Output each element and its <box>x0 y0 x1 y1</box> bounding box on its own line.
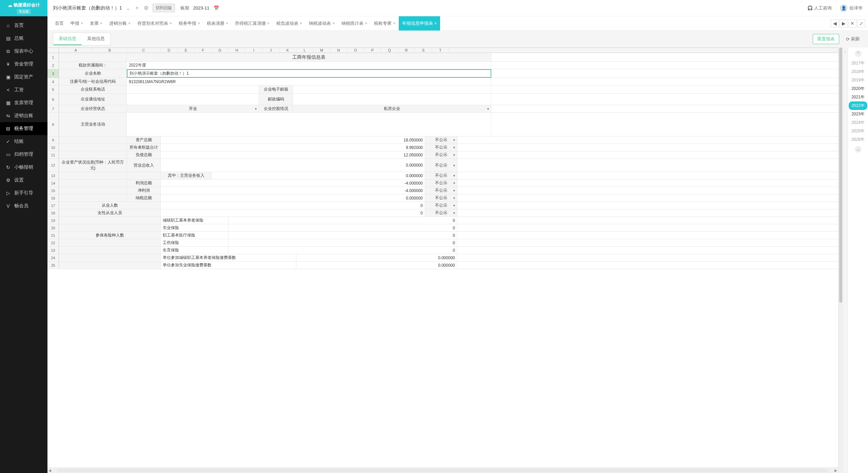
asset-val[interactable]: 9.992000 <box>161 144 425 151</box>
nav-item-8[interactable]: ⊟税务管理 <box>0 122 47 135</box>
ins-val[interactable]: 0 <box>229 239 457 246</box>
row-num[interactable]: 25 <box>47 262 59 269</box>
nav-item-0[interactable]: ⌂首页 <box>0 19 47 32</box>
hold-select[interactable]: 私营企业 <box>293 105 491 112</box>
nav-item-1[interactable]: ▤总账 <box>0 32 47 45</box>
col-L[interactable]: L <box>296 48 313 53</box>
tab-close-icon[interactable]: × <box>393 21 395 26</box>
tab-close-icon[interactable]: × <box>81 21 83 26</box>
base-val[interactable]: 0.000000 <box>296 254 457 261</box>
asset-val[interactable]: 0.000000 <box>161 159 425 172</box>
year-2023年[interactable]: 2023年 <box>849 110 867 118</box>
subtab-basic[interactable]: 基础信息 <box>53 33 82 45</box>
tab-close-icon[interactable]: × <box>267 21 270 26</box>
disclose-select[interactable]: 不公示 <box>425 144 457 151</box>
row-num[interactable]: 5 <box>47 86 59 93</box>
row-num[interactable]: 2 <box>47 62 59 69</box>
refresh-button[interactable]: ⟳刷新 <box>843 34 863 44</box>
nav-item-3[interactable]: ¥资金管理 <box>0 58 47 71</box>
year-2021年[interactable]: 2021年 <box>849 93 867 101</box>
tab-6[interactable]: 税表清册× <box>203 16 232 31</box>
col-I[interactable]: I <box>245 48 262 53</box>
subtab-other[interactable]: 其他信息 <box>82 33 110 45</box>
row-num[interactable]: 22 <box>47 239 59 246</box>
row-num[interactable]: 12 <box>47 159 59 172</box>
tab-close-icon[interactable]: × <box>434 21 437 26</box>
row-num[interactable]: 17 <box>47 202 59 209</box>
tel-value[interactable] <box>127 86 259 93</box>
disclose-select[interactable]: 不公示 <box>425 136 457 144</box>
tab-9[interactable]: 纳税波动表× <box>305 16 338 31</box>
row-num[interactable]: 23 <box>47 247 59 254</box>
col-P[interactable]: P <box>364 48 381 53</box>
tab-close-icon[interactable]: × <box>198 21 200 26</box>
email-value[interactable] <box>293 86 491 93</box>
nav-item-7[interactable]: ⇆进销台账 <box>0 109 47 122</box>
tab-close-icon[interactable]: ✕ <box>848 19 856 27</box>
nav-item-12[interactable]: ⚙设置 <box>0 174 47 187</box>
col-Q[interactable]: Q <box>381 48 398 53</box>
emp-val[interactable]: 0 <box>161 202 425 209</box>
nav-item-4[interactable]: ▣固定资产 <box>0 71 47 83</box>
year-2017年[interactable]: 2017年 <box>849 59 867 68</box>
nav-item-6[interactable]: ▦发票管理 <box>0 96 47 109</box>
nav-item-13[interactable]: ▷新手引导 <box>0 187 47 200</box>
year-2024年[interactable]: 2024年 <box>849 118 867 127</box>
col-M[interactable]: M <box>313 48 330 53</box>
tab-12[interactable]: 年报信息申报表× <box>399 16 440 31</box>
tab-next-icon[interactable]: ▶ <box>840 19 848 27</box>
col-J[interactable]: J <box>262 48 279 53</box>
row-num[interactable]: 20 <box>47 224 59 231</box>
row-num[interactable]: 16 <box>47 194 59 202</box>
year-2022年[interactable]: 2022年 <box>849 101 867 110</box>
grid-body[interactable]: 1工商年报信息表2税款所属期间：2022年度3企业名称刘小艳演示账套（勿删勿动！… <box>47 53 838 468</box>
row-num[interactable]: 6 <box>47 94 59 105</box>
base-val[interactable]: 0.000000 <box>296 262 457 269</box>
nav-item-2[interactable]: ⧉报表中心 <box>0 45 47 58</box>
col-S[interactable]: S <box>415 48 432 53</box>
row-num[interactable]: 9 <box>47 136 59 144</box>
asset-val[interactable]: -4.000000 <box>161 187 425 194</box>
tab-1[interactable]: 申报× <box>67 16 86 31</box>
tab-8[interactable]: 税负波动表× <box>273 16 305 31</box>
tab-close-icon[interactable]: × <box>332 21 335 26</box>
col-K[interactable]: K <box>279 48 296 53</box>
hscroll-right-icon[interactable]: ▶ <box>833 469 838 472</box>
col-A[interactable]: A <box>59 48 93 53</box>
col-O[interactable]: O <box>347 48 364 53</box>
year-2026年[interactable]: 2026年 <box>849 135 867 144</box>
disclose-select[interactable]: 不公示 <box>425 151 457 158</box>
tab-close-icon[interactable]: × <box>128 21 131 26</box>
nav-item-11[interactable]: ↻小畅报销 <box>0 161 47 174</box>
biz-value[interactable] <box>127 113 491 136</box>
nav-item-14[interactable]: V畅会员 <box>0 200 47 212</box>
row-num[interactable]: 21 <box>47 232 59 239</box>
asset-val[interactable]: -4.000000 <box>161 179 425 187</box>
disclose-select[interactable]: 不公示 <box>425 209 457 216</box>
year-2018年[interactable]: 2018年 <box>849 68 867 76</box>
col-E[interactable]: E <box>178 48 195 53</box>
row-num[interactable]: 7 <box>47 105 59 112</box>
row-num[interactable]: 3 <box>47 69 59 78</box>
addr-value[interactable] <box>127 94 259 105</box>
col-T[interactable]: T <box>432 48 449 53</box>
calendar-icon[interactable]: 📅 <box>214 5 219 11</box>
ins-val[interactable]: 0 <box>229 224 457 231</box>
row-num[interactable]: 4 <box>47 78 59 85</box>
disclose-select[interactable]: 不公示 <box>425 202 457 209</box>
row-num[interactable]: 24 <box>47 254 59 261</box>
user-menu[interactable]: 👤徐泽华 <box>840 4 863 12</box>
tab-3[interactable]: 进销台账× <box>106 16 134 31</box>
tab-11[interactable]: 税检专家× <box>371 16 399 31</box>
col-N[interactable]: N <box>330 48 347 53</box>
row-num[interactable]: 14 <box>47 179 59 187</box>
year-up-icon[interactable]: ⌃ <box>855 50 862 57</box>
nav-item-10[interactable]: ▭归档管理 <box>0 148 47 161</box>
nav-item-5[interactable]: <工资 <box>0 83 47 96</box>
switch-old-button[interactable]: 切到旧版 <box>153 4 175 12</box>
row-num[interactable]: 11 <box>47 151 59 158</box>
row-num[interactable]: 18 <box>47 209 59 216</box>
col-B[interactable]: B <box>93 48 127 53</box>
account-dropdown-icon[interactable]: ⌄ <box>126 5 130 11</box>
disclose-select[interactable]: 不公示 <box>425 194 457 202</box>
